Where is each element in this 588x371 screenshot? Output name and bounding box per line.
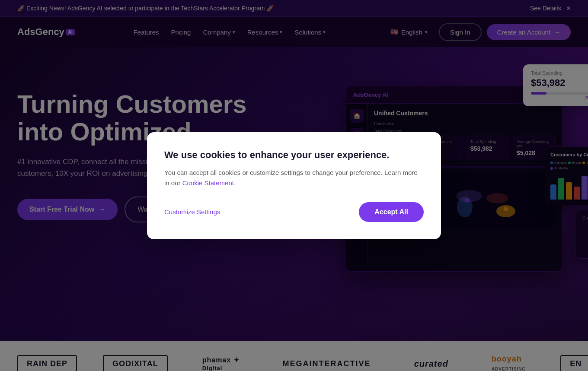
customize-settings-button[interactable]: Customize Settings bbox=[164, 208, 220, 216]
cookie-statement-link[interactable]: Cookie Statement bbox=[182, 179, 234, 187]
cookie-title: We use cookies to enhance your user expe… bbox=[164, 149, 424, 161]
accept-all-button[interactable]: Accept All bbox=[359, 202, 424, 222]
cookie-body: You can accept all cookies or customize … bbox=[164, 168, 424, 188]
cookie-actions: Customize Settings Accept All bbox=[164, 202, 424, 222]
cookie-modal: We use cookies to enhance your user expe… bbox=[147, 132, 441, 239]
cookie-overlay: We use cookies to enhance your user expe… bbox=[0, 0, 588, 371]
